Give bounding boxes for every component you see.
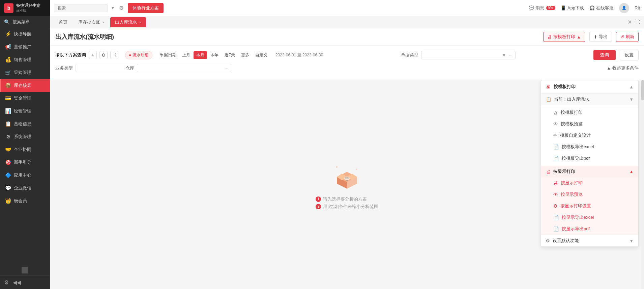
dropdown-item-preview-template[interactable]: 👁 按模板预览 <box>541 118 638 130</box>
sidebar-item-member[interactable]: 👑 畅会员 <box>0 194 50 207</box>
tab-batch-account[interactable]: 库存批次账 × <box>74 17 109 27</box>
refresh-label: 刷新 <box>625 34 634 40</box>
preview-display-icon: 👁 <box>553 192 558 197</box>
dropdown-current-item[interactable]: 📋 当前：出入库流水 ▼ <box>541 94 638 105</box>
doc-type-select[interactable]: ▼ ··· <box>421 51 516 59</box>
sidebar-item-label: 系统管理 <box>14 134 31 140</box>
app-download-button[interactable]: 📱 App下载 <box>561 5 584 11</box>
print-template-item-label: 按模板打印 <box>561 109 583 115</box>
sidebar-item-guide[interactable]: 🎯 新手引导 <box>0 156 50 169</box>
online-service-button[interactable]: 🎧 在线客服 <box>589 5 614 11</box>
scrollbar-thumb[interactable] <box>641 80 644 100</box>
sidebar-item-marketing[interactable]: 📢 营销推广 <box>0 41 50 53</box>
tab-home[interactable]: 首页 <box>54 17 72 27</box>
svg-point-5 <box>344 177 350 181</box>
dropdown-item-template-custom[interactable]: ✏ 模板自定义设计 <box>541 130 638 141</box>
topbar-right: 💬 消息 99+ 📱 App下载 🎧 在线客服 👤 Rit <box>529 3 640 13</box>
dropdown-item-export-excel-display[interactable]: 📄 按显示导出excel <box>541 212 638 223</box>
dropdown-footer[interactable]: ⚙ 设置默认功能 ▼ <box>541 235 638 246</box>
query-button[interactable]: 查询 <box>593 50 616 60</box>
message-label: 消息 <box>535 5 544 11</box>
footer-arrow: ▼ <box>629 238 634 243</box>
filter-add-button[interactable]: + <box>89 51 97 59</box>
tab-batch-close-icon[interactable]: × <box>102 20 104 24</box>
preview-template-icon: 👁 <box>553 121 558 127</box>
print-template-button[interactable]: 🖨 按模板打印 ▲ <box>543 32 585 42</box>
dropdown-item-preview-display[interactable]: 👁 按显示预览 <box>541 189 638 200</box>
date-tab-this-month[interactable]: 本月 <box>194 51 207 59</box>
sidebar-item-finance[interactable]: 💳 资金管理 <box>0 92 50 105</box>
warehouse-select[interactable]: ··· <box>137 64 231 72</box>
date-label: 单据日期 <box>159 52 177 58</box>
print-dropdown-panel: 🖨 按模板打印 ▲ 📋 当前：出入库流水 ▼ 🖨 按模板打印 👁 <box>541 80 639 247</box>
filter-settings-btn[interactable]: 设置 <box>620 50 639 60</box>
tab-close-all-button[interactable]: ✕ <box>627 19 632 25</box>
scroll-down-arrow[interactable] <box>22 267 28 273</box>
sidebar-item-label: 新手引导 <box>14 159 31 165</box>
sidebar-item-label: 采购管理 <box>14 70 31 76</box>
trial-button[interactable]: 体验行业方案 <box>128 3 164 13</box>
user-avatar[interactable]: 👤 <box>619 3 629 13</box>
dropdown-item-export-pdf-display[interactable]: 📄 按显示导出pdf <box>541 223 638 235</box>
date-tab-this-year[interactable]: 本年 <box>208 51 221 59</box>
date-tab-last-month[interactable]: 上月 <box>179 51 193 59</box>
page-title: 出入库流水(流水明细) <box>55 33 114 41</box>
settings-bottom-icon[interactable]: ⚙ <box>4 279 9 286</box>
tab-expand-button[interactable]: ⛶ <box>635 19 640 25</box>
finance-icon: 💳 <box>5 95 11 101</box>
dropdown-item-export-pdf-template[interactable]: 📄 按模板导出pdf <box>541 153 638 164</box>
filter-tag[interactable]: ● 流水明细 <box>125 51 152 59</box>
sidebar-item-label: 企业协同 <box>14 147 31 153</box>
collapse-more-button[interactable]: ▲ 收起更多条件 <box>607 65 639 71</box>
warehouse-label: 仓库 <box>125 65 134 71</box>
sidebar-search[interactable]: 🔍 搜索菜单 <box>0 16 50 28</box>
dropdown-item-export-excel-template[interactable]: 📄 按模板导出excel <box>541 141 638 153</box>
dropdown-item-print-template[interactable]: 🖨 按模板打印 <box>541 107 638 118</box>
sidebar-item-enterprise-wechat[interactable]: 💬 企业微信 <box>0 182 50 194</box>
current-label: 当前：出入库流水 <box>554 96 589 102</box>
section-label-text: 按以下方案查询 <box>55 52 86 58</box>
dropdown-item-print-settings-display[interactable]: ⚙ 按显示打印设置 <box>541 200 638 212</box>
filter-section-label: 按以下方案查询 + ⚙ 《 <box>55 51 118 59</box>
sidebar-item-sales[interactable]: 💰 销售管理 <box>0 53 50 66</box>
sidebar-item-quick-nav[interactable]: ⚡ 快捷导航 <box>0 28 50 41</box>
topbar-gear-icon[interactable]: ⚙ <box>119 5 124 11</box>
filter-settings-button[interactable]: ⚙ <box>99 51 108 59</box>
dropdown-collapse-icon[interactable]: ▲ <box>629 84 634 89</box>
display-category-label: 按显示打印 <box>553 168 575 175</box>
sales-icon: 💰 <box>5 57 11 63</box>
message-button[interactable]: 💬 消息 99+ <box>529 5 555 11</box>
date-tab-custom[interactable]: 自定义 <box>253 51 270 59</box>
sidebar-item-system[interactable]: ⚙ 系统管理 <box>0 130 50 143</box>
template-custom-icon: ✏ <box>553 133 557 138</box>
sidebar-item-app-center[interactable]: 🔷 应用中心 <box>0 169 50 182</box>
sidebar-item-enterprise[interactable]: 🤝 企业协同 <box>0 143 50 156</box>
sidebar-item-inventory[interactable]: 📦 库存核算 <box>0 79 50 92</box>
date-tab-last-7[interactable]: 近7天 <box>222 51 238 59</box>
sidebar-item-basic[interactable]: 📋 基础信息 <box>0 117 50 130</box>
date-tab-more[interactable]: 更多 <box>238 51 252 59</box>
tab-home-label: 首页 <box>59 19 67 25</box>
hint-item-1: 1 请先选择要分析的方案 <box>316 196 378 202</box>
export-excel-display-label: 按显示导出excel <box>562 214 594 220</box>
sidebar-item-label: 资金管理 <box>14 95 31 101</box>
print-display-icon: 🖨 <box>553 180 558 186</box>
print-display-label: 按显示打印 <box>561 180 583 186</box>
topbar-search-arrow[interactable]: ▼ <box>111 5 115 10</box>
enterprise-wechat-icon: 💬 <box>5 185 11 191</box>
tab-flow[interactable]: 出入库流水 × <box>110 17 146 27</box>
username-label: Rit <box>635 5 640 10</box>
sidebar-item-operation[interactable]: 📊 经营管理 <box>0 105 50 117</box>
sidebar-item-label: 营销推广 <box>14 44 31 50</box>
scrollbar-track <box>641 80 644 289</box>
refresh-button[interactable]: ↺ 刷新 <box>616 32 639 42</box>
topbar-search-input[interactable] <box>54 4 108 12</box>
tab-flow-close-icon[interactable]: × <box>139 20 141 24</box>
sidebar-item-purchase[interactable]: 🛒 采购管理 <box>0 66 50 79</box>
collapse-sidebar-icon[interactable]: ◀◀ <box>13 279 21 286</box>
dropdown-display-category[interactable]: 🖨 按显示打印 ▲ <box>541 166 638 177</box>
dropdown-item-print-display[interactable]: 🖨 按显示打印 <box>541 177 638 189</box>
export-button[interactable]: ⬆ 导出 <box>589 32 612 42</box>
filter-collapse-button[interactable]: 《 <box>110 51 118 59</box>
sidebar-logo: b 畅捷通好生意 标准版 <box>0 0 50 16</box>
